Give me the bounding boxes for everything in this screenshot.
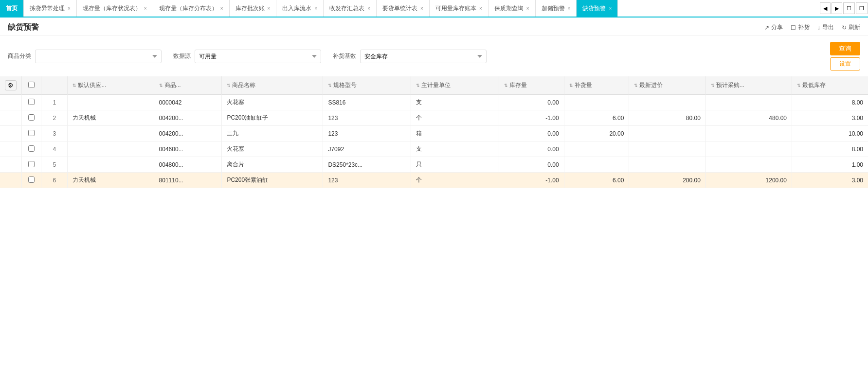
tab-8[interactable]: 可用量库存账本 × (430, 0, 488, 17)
tab-11-close[interactable]: × (609, 6, 612, 11)
tab-5[interactable]: 出入库流水 × (276, 0, 324, 17)
row-est-purchase: 480.00 (705, 110, 792, 126)
tab-home-label: 首页 (6, 4, 18, 13)
row-gear-cell (0, 157, 22, 173)
tab-4-close[interactable]: × (268, 6, 271, 11)
col-product-code-header[interactable]: ⇅ 商品... (154, 76, 222, 95)
tab-1-close[interactable]: × (68, 6, 71, 11)
row-product-name: PC200张紧油缸 (222, 173, 323, 188)
col-est-purchase-header[interactable]: ⇅ 预计采购... (705, 76, 792, 95)
query-button[interactable]: 查询 (830, 42, 860, 55)
row-stock-qty: 0.00 (499, 141, 564, 157)
export-action[interactable]: ↓ 导出 (817, 23, 834, 32)
settings-button[interactable]: 设置 (830, 57, 860, 70)
replenish-base-select[interactable]: 安全库存 最低库存 (360, 50, 487, 63)
row-est-purchase (705, 126, 792, 141)
row-checkbox-4[interactable] (28, 161, 35, 167)
tab-prev-button[interactable]: ◀ (820, 2, 831, 14)
row-checkbox-3[interactable] (28, 145, 35, 152)
tab-8-label: 可用量库存账本 (435, 4, 476, 13)
row-number: 4 (41, 141, 68, 157)
col-spec-label: 规格型号 (333, 81, 357, 89)
row-checkbox-cell[interactable] (22, 95, 41, 110)
sort-icon-10: ⇅ (797, 83, 801, 88)
datasource-select[interactable]: 可用量 库存量 (195, 50, 321, 63)
tab-9[interactable]: 保质期查询 × (488, 0, 536, 17)
row-min-stock: 8.00 (792, 95, 868, 110)
row-est-purchase (705, 95, 792, 110)
tab-2-close[interactable]: × (144, 6, 147, 11)
table-row[interactable]: 6 力天机械 801110... PC200张紧油缸 123 个 -1.00 6… (0, 173, 868, 188)
row-spec-model: DS250*23c... (323, 157, 411, 173)
row-checkbox-cell[interactable] (22, 157, 41, 173)
col-min-stock-header[interactable]: ⇅ 最低库存 (792, 76, 868, 95)
row-product-name: 三九 (222, 126, 323, 141)
table-row[interactable]: 4 004600... 火花塞 J7092 支 0.00 8.00 (0, 141, 868, 157)
tab-8-close[interactable]: × (479, 6, 482, 11)
row-unit: 个 (411, 173, 499, 188)
tab-fullscreen-button[interactable]: ❐ (856, 2, 868, 14)
col-latest-price-header[interactable]: ⇅ 最新进价 (629, 76, 705, 95)
category-label: 商品分类 (8, 52, 31, 60)
filter-bar: 商品分类 数据源 可用量 库存量 补货基数 安全库存 最低库存 查询 设置 (0, 36, 868, 76)
row-product-name: 离合片 (222, 157, 323, 173)
tab-5-close[interactable]: × (314, 6, 317, 11)
tab-3-close[interactable]: × (220, 6, 223, 11)
col-unit-header[interactable]: ⇅ 主计量单位 (411, 76, 499, 95)
col-checkbox-header[interactable] (22, 76, 41, 95)
select-all-checkbox[interactable] (28, 82, 35, 88)
tab-3[interactable]: 现存量（库存分布表） × (153, 0, 230, 17)
category-select[interactable] (35, 50, 162, 63)
share-action[interactable]: ↗ 分享 (764, 23, 783, 32)
row-checkbox-0[interactable] (28, 99, 35, 105)
tab-6-close[interactable]: × (367, 6, 370, 11)
col-stock-header[interactable]: ⇅ 库存量 (499, 76, 564, 95)
row-checkbox-cell[interactable] (22, 126, 41, 141)
col-gear-header[interactable]: ⚙ (0, 76, 22, 95)
row-checkbox-cell[interactable] (22, 110, 41, 126)
table-row[interactable]: 3 004200... 三九 123 箱 0.00 20.00 10.00 (0, 126, 868, 141)
tab-9-close[interactable]: × (526, 6, 529, 11)
tab-10[interactable]: 超储预警 × (536, 0, 577, 17)
tab-7-close[interactable]: × (420, 6, 423, 11)
row-checkbox-2[interactable] (28, 130, 35, 136)
tab-4[interactable]: 库存批次账 × (230, 0, 277, 17)
tab-1[interactable]: 拣货异常处理 × (24, 0, 77, 17)
tab-11[interactable]: 缺货预警 × (577, 0, 618, 17)
row-spec-model: SS816 (323, 95, 411, 110)
col-replenish-header[interactable]: ⇅ 补货量 (564, 76, 629, 95)
row-product-code: 004800... (154, 157, 222, 173)
row-checkbox-cell[interactable] (22, 173, 41, 188)
col-product-name-header[interactable]: ⇅ 商品名称 (222, 76, 323, 95)
page-header: 缺货预警 ↗ 分享 ☐ 补货 ↓ 导出 ↻ 刷新 (0, 18, 868, 36)
tab-6[interactable]: 收发存汇总表 × (324, 0, 377, 17)
row-checkbox-5[interactable] (28, 176, 35, 183)
col-spec-header[interactable]: ⇅ 规格型号 (323, 76, 411, 95)
tab-10-close[interactable]: × (568, 6, 571, 11)
row-product-code: 004600... (154, 141, 222, 157)
row-checkbox-cell[interactable] (22, 141, 41, 157)
tab-2[interactable]: 现存量（库存状况表） × (77, 0, 153, 17)
tab-window-button[interactable]: ☐ (843, 2, 855, 14)
tab-7-label: 要货单统计表 (382, 4, 417, 13)
row-spec-model: 123 (323, 173, 411, 188)
category-filter-group: 商品分类 (8, 50, 162, 63)
sort-icon: ⇅ (72, 83, 76, 88)
sort-icon-8: ⇅ (634, 83, 638, 88)
tab-7[interactable]: 要货单统计表 × (377, 0, 430, 17)
row-replenish-qty: 6.00 (564, 173, 629, 188)
row-checkbox-1[interactable] (28, 114, 35, 121)
refresh-action[interactable]: ↻ 刷新 (842, 23, 860, 32)
table-row[interactable]: 5 004800... 离合片 DS250*23c... 只 0.00 1.00 (0, 157, 868, 173)
row-number: 6 (41, 173, 68, 188)
row-stock-qty: -1.00 (499, 110, 564, 126)
column-settings-button[interactable]: ⚙ (5, 80, 17, 90)
page-title: 缺货预警 (8, 22, 39, 33)
replenish-action[interactable]: ☐ 补货 (791, 23, 810, 32)
row-stock-qty: 0.00 (499, 126, 564, 141)
table-row[interactable]: 2 力天机械 004200... PC200油缸缸子 123 个 -1.00 6… (0, 110, 868, 126)
col-supplier-header[interactable]: ⇅ 默认供应... (68, 76, 154, 95)
table-row[interactable]: 1 0000042 火花塞 SS816 支 0.00 8.00 (0, 95, 868, 110)
tab-home[interactable]: 首页 (0, 0, 24, 17)
tab-next-button[interactable]: ▶ (832, 2, 842, 14)
